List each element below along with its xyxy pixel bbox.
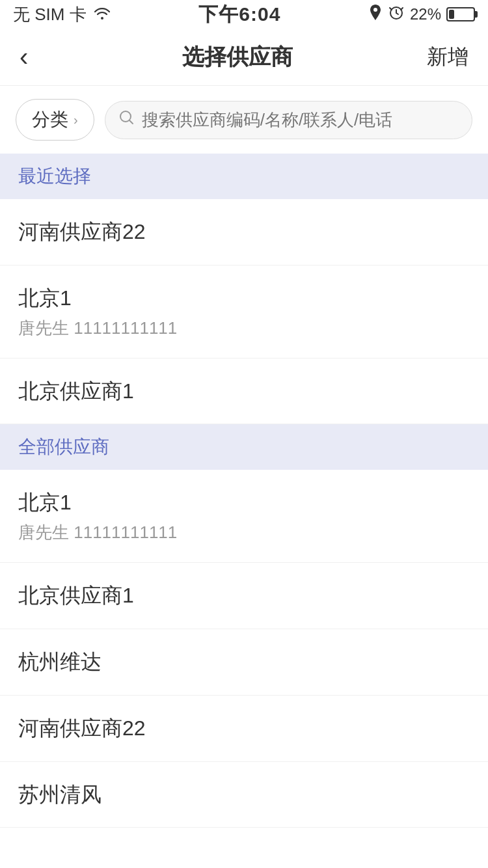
- status-left: 无 SIM 卡: [13, 3, 111, 26]
- recent-list-item[interactable]: 河南供应商22: [0, 199, 488, 265]
- all-list-item[interactable]: 河南供应商22: [0, 696, 488, 762]
- alarm-icon: [388, 4, 405, 25]
- recent-list-item[interactable]: 北京供应商1: [0, 359, 488, 425]
- location-icon: [368, 4, 383, 25]
- back-button[interactable]: ‹: [20, 42, 59, 72]
- battery-icon: [446, 7, 475, 21]
- all-list-item[interactable]: 北京供应商1: [0, 563, 488, 629]
- category-label: 分类: [32, 107, 68, 132]
- item-name: 北京供应商1: [18, 377, 470, 406]
- status-time: 下午6:04: [198, 1, 280, 28]
- all-list-item[interactable]: 苏州清风: [0, 762, 488, 828]
- all-list-item[interactable]: 杭州维达: [0, 629, 488, 696]
- all-list-item[interactable]: 北京1唐先生 11111111111: [0, 470, 488, 563]
- item-name: 北京1: [18, 488, 470, 517]
- item-name: 北京供应商1: [18, 581, 470, 610]
- item-sub: 唐先生 11111111111: [18, 317, 470, 340]
- nav-bar: ‹ 选择供应商 新增: [0, 29, 488, 86]
- filter-bar: 分类 ›: [0, 86, 488, 154]
- recent-list-item[interactable]: 北京1唐先生 11111111111: [0, 265, 488, 359]
- recent-section-header: 最近选择: [0, 154, 488, 199]
- item-sub: 唐先生 11111111111: [18, 521, 470, 544]
- battery-text: 22%: [410, 5, 441, 23]
- item-name: 河南供应商22: [18, 714, 470, 743]
- search-input[interactable]: [142, 110, 459, 130]
- all-section-header: 全部供应商: [0, 424, 488, 470]
- item-name: 杭州维达: [18, 647, 470, 677]
- status-right: 22%: [368, 4, 475, 25]
- page-title: 选择供应商: [182, 42, 293, 72]
- add-button[interactable]: 新增: [416, 43, 468, 72]
- category-button[interactable]: 分类 ›: [16, 99, 94, 141]
- no-sim-text: 无 SIM 卡: [13, 3, 87, 26]
- all-list: 北京1唐先生 11111111111北京供应商1杭州维达河南供应商22苏州清风: [0, 470, 488, 828]
- chevron-right-icon: ›: [74, 113, 78, 128]
- wifi-icon: [93, 5, 111, 25]
- item-name: 苏州清风: [18, 780, 470, 809]
- search-box[interactable]: [105, 101, 472, 139]
- item-name: 北京1: [18, 284, 470, 313]
- item-name: 河南供应商22: [18, 217, 470, 247]
- status-bar: 无 SIM 卡 下午6:04 22%: [0, 0, 488, 29]
- recent-list: 河南供应商22北京1唐先生 11111111111北京供应商1: [0, 199, 488, 424]
- search-icon: [118, 109, 135, 131]
